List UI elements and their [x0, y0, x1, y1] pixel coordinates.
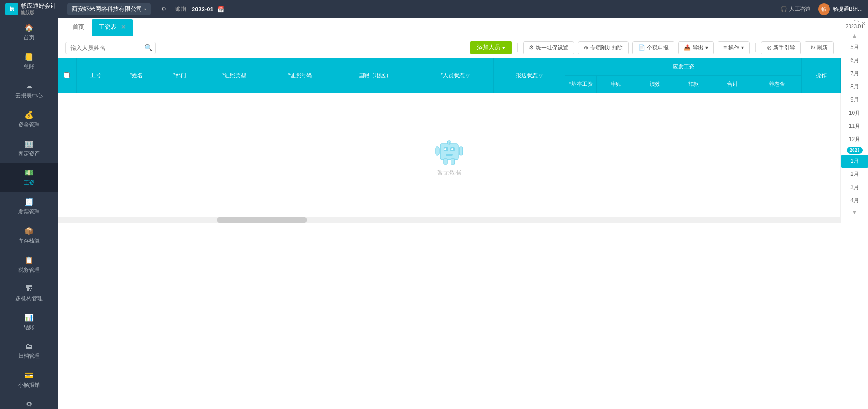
empty-text: 暂无数据	[437, 169, 461, 177]
toolbar: 🔍 添加人员 ▾ ⚙ 统一社保设置 ⊕ 专项附加扣除	[58, 37, 841, 58]
export-button[interactable]: 📤 导出 ▾	[678, 41, 714, 54]
th-checkbox[interactable]	[58, 58, 76, 93]
month-8[interactable]: 8月	[841, 80, 868, 93]
refresh-button[interactable]: ↻ 刷新	[805, 41, 834, 54]
tab-close-icon[interactable]: ✕	[121, 24, 126, 30]
new-guide-button[interactable]: ◎ 新手引导	[761, 41, 801, 54]
export-dropdown-icon: ▾	[705, 44, 708, 51]
th-name: *姓名	[115, 58, 158, 93]
sidebar-label-expense: 小畅报销	[18, 381, 40, 389]
add-company-button[interactable]: +	[155, 6, 158, 12]
month-11[interactable]: 11月	[841, 120, 868, 133]
sidebar-label-home: 首页	[24, 34, 34, 42]
user-avatar[interactable]: 畅 畅提通B组...	[818, 3, 863, 15]
th-total: 合计	[713, 76, 752, 93]
social-insurance-button[interactable]: ⚙ 统一社保设置	[523, 41, 574, 54]
add-person-button[interactable]: 添加人员 ▾	[470, 41, 512, 54]
period-label: 账期	[175, 5, 186, 13]
report-filter-icon[interactable]: ▽	[539, 73, 543, 78]
sidebar-item-invoice[interactable]: 🧾 发票管理	[0, 192, 58, 221]
expense-icon: 💳	[24, 371, 34, 380]
logo-title: 畅应通好会计	[21, 2, 56, 10]
svg-rect-8	[444, 159, 447, 164]
search-input[interactable]	[65, 42, 156, 54]
sidebar-label-archive: 归档管理	[18, 352, 40, 360]
personal-tax-button[interactable]: 📄 个税申报	[632, 41, 674, 54]
month-5[interactable]: 5月	[841, 41, 868, 54]
month-3-2023[interactable]: 3月	[841, 181, 868, 194]
sidebar-item-expense[interactable]: 💳 小畅报销	[0, 365, 58, 394]
scroll-down-button[interactable]: ▼	[841, 207, 868, 217]
month-7[interactable]: 7月	[841, 67, 868, 80]
tax-icon: 📋	[24, 256, 34, 264]
sidebar-label-cloud-report: 云报表中心	[15, 92, 43, 100]
export-icon: 📤	[684, 44, 691, 51]
settings-button[interactable]: ⚙	[161, 6, 166, 12]
logo-icon: 畅	[5, 3, 18, 15]
th-country: 国籍（地区）	[333, 58, 417, 93]
th-department: *部门	[158, 58, 201, 93]
month-12[interactable]: 12月	[841, 133, 868, 146]
sidebar-item-fund[interactable]: 💰 资金管理	[0, 105, 58, 134]
company-selector[interactable]: 西安虾米网络科技有限公司 ▾	[67, 3, 151, 15]
sidebar-item-cloud-report[interactable]: ☁ 云报表中心	[0, 76, 58, 105]
maximize-icon[interactable]: ⛶	[853, 20, 859, 26]
horizontal-scrollbar[interactable]	[58, 217, 841, 223]
sidebar-item-close[interactable]: 📊 结账	[0, 308, 58, 337]
sidebar-label-fund: 资金管理	[18, 121, 40, 129]
close-panel-button[interactable]: ✕	[861, 20, 866, 27]
th-operations: 操作	[802, 58, 841, 93]
close-period-icon: 📊	[24, 313, 34, 322]
status-filter-icon[interactable]: ▽	[466, 73, 470, 78]
user-service-button[interactable]: 🎧 人工咨询	[781, 5, 811, 13]
select-all-checkbox[interactable]	[64, 72, 70, 78]
month-9[interactable]: 9月	[841, 93, 868, 107]
year-2023-label: 2023	[847, 147, 862, 154]
chevron-down-icon: ▾	[144, 7, 146, 12]
header-left: 畅 畅应通好会计 旗舰版 西安虾米网络科技有限公司 ▾ + ⚙ 账期 2023-…	[5, 2, 224, 16]
month-2-2023[interactable]: 2月	[841, 168, 868, 181]
user-name: 畅提通B组...	[833, 5, 863, 13]
search-wrap: 🔍	[65, 42, 156, 54]
sidebar-item-fixed-asset[interactable]: 🏢 固定资产	[0, 134, 58, 163]
sidebar-item-basic-settings[interactable]: ⚙ 基础设置	[0, 394, 58, 409]
toolbar-right: 添加人员 ▾ ⚙ 统一社保设置 ⊕ 专项附加扣除 📄 个税申报	[470, 41, 834, 54]
operations-button[interactable]: ≡ 操作 ▾	[718, 41, 750, 54]
operations-icon: ≡	[723, 44, 727, 51]
sidebar-item-home[interactable]: 🏠 首页	[0, 18, 58, 47]
social-icon: ⚙	[529, 44, 534, 51]
sidebar-item-inventory[interactable]: 📦 库存核算	[0, 221, 58, 250]
sidebar-item-tax[interactable]: 📋 税务管理	[0, 250, 58, 279]
empty-state: 暂无数据	[62, 96, 837, 213]
tab-salary-table[interactable]: 工资表 ✕	[92, 19, 133, 36]
sidebar-label-ledger: 总账	[24, 63, 34, 71]
th-employee-id: 工号	[76, 58, 115, 93]
main-layout: 🏠 首页 📒 总账 ☁ 云报表中心 💰 资金管理 🏢 固定资产 💵 工资	[0, 18, 868, 409]
period-edit-icon[interactable]: 📅	[217, 6, 224, 13]
special-deduction-button[interactable]: ⊕ 专项附加扣除	[578, 41, 629, 54]
th-base-salary: *基本工资	[565, 76, 597, 93]
sidebar-item-ledger[interactable]: 📒 总账	[0, 47, 58, 76]
scroll-up-button[interactable]: ▲	[841, 31, 868, 41]
sidebar-label-invoice: 发票管理	[18, 208, 40, 216]
svg-point-11	[451, 148, 453, 150]
sidebar-item-salary[interactable]: 💵 工资	[0, 163, 58, 192]
table-wrapper: 工号 *姓名 *部门 *证照类型 *证照号码 国籍（地区） *人员状态 ▽	[58, 58, 841, 409]
th-salary-group: 应发工资	[565, 58, 802, 76]
sidebar-item-archive[interactable]: 🗂 归档管理	[0, 337, 58, 365]
month-6[interactable]: 6月	[841, 54, 868, 67]
month-10[interactable]: 10月	[841, 107, 868, 120]
search-icon: 🔍	[145, 44, 152, 51]
headset-icon: 🎧	[781, 6, 787, 12]
sidebar-label-multi-org: 多机构管理	[15, 295, 43, 302]
date-panel: ⛶ ✕ 2023.01 ▲ 5月 6月 7月 8月 9月 10月 11月 12月…	[841, 18, 868, 409]
sidebar-item-multi-org[interactable]: 🏗 多机构管理	[0, 279, 58, 308]
svg-rect-0	[440, 144, 458, 160]
tab-home[interactable]: 首页	[65, 19, 92, 36]
basic-settings-icon: ⚙	[26, 400, 32, 409]
tab-bar: 首页 工资表 ✕	[58, 18, 841, 37]
scroll-thumb[interactable]	[217, 217, 307, 223]
month-1-2023[interactable]: 1月	[841, 155, 868, 168]
month-4-2023[interactable]: 4月	[841, 194, 868, 207]
tab-salary-label: 工资表	[99, 24, 116, 30]
